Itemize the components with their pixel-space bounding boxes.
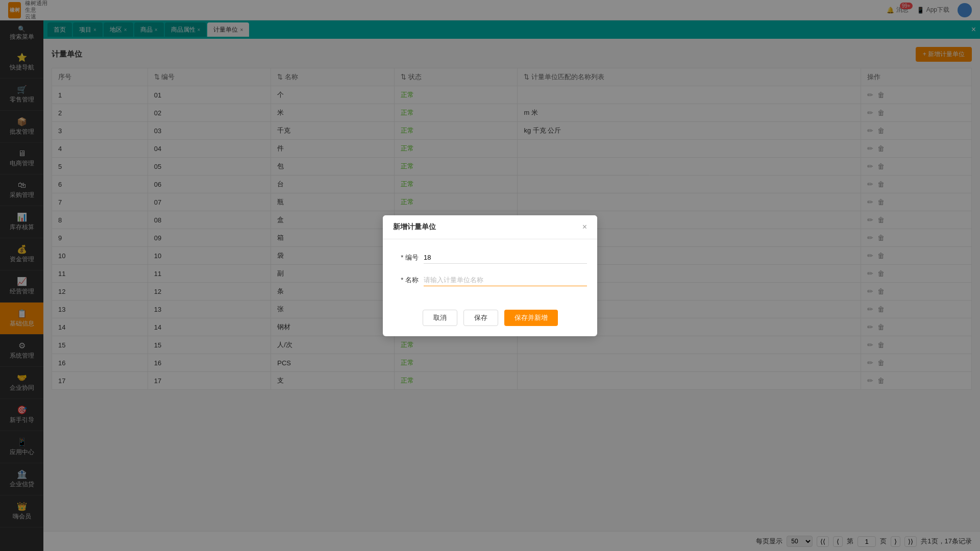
- form-row-name: * 名称: [393, 274, 587, 286]
- add-measure-unit-modal: 新增计量单位 × * 编号 * 名称 取消 保存 保存并新增: [383, 215, 597, 336]
- modal-close-button[interactable]: ×: [582, 222, 587, 232]
- modal-overlay: 新增计量单位 × * 编号 * 名称 取消 保存 保存并新增: [0, 0, 980, 551]
- save-and-new-button[interactable]: 保存并新增: [504, 310, 558, 326]
- modal-body: * 编号 * 名称: [383, 239, 597, 305]
- code-input[interactable]: [424, 252, 587, 264]
- form-row-code: * 编号: [393, 252, 587, 264]
- code-label: * 编号: [393, 253, 424, 262]
- name-label: * 名称: [393, 276, 424, 285]
- modal-header: 新增计量单位 ×: [383, 215, 597, 239]
- save-button[interactable]: 保存: [463, 310, 498, 326]
- name-input[interactable]: [424, 274, 587, 286]
- modal-title: 新增计量单位: [393, 222, 436, 232]
- cancel-button[interactable]: 取消: [423, 310, 457, 326]
- modal-footer: 取消 保存 保存并新增: [383, 305, 597, 336]
